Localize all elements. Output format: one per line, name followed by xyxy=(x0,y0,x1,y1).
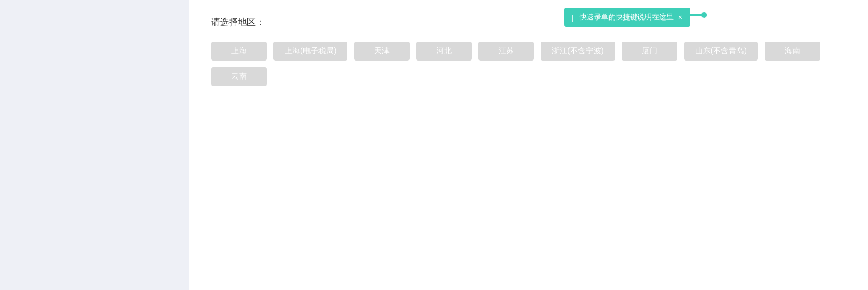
region-button-yunnan[interactable]: 云南 xyxy=(211,67,267,86)
main-content: 请选择地区： 上海上海(电子税局)天津河北江苏浙江(不含宁波)厦门山东(不含青岛… xyxy=(189,0,868,290)
region-button-hainan[interactable]: 海南 xyxy=(765,42,820,61)
region-button-shandong[interactable]: 山东(不含青岛) xyxy=(684,42,758,61)
region-button-zhejiang[interactable]: 浙江(不含宁波) xyxy=(541,42,615,61)
sidebar xyxy=(0,0,189,290)
region-button-jiangsu[interactable]: 江苏 xyxy=(478,42,534,61)
region-button-shanghai[interactable]: 上海 xyxy=(211,42,267,61)
tooltip-dot xyxy=(701,12,707,18)
region-button-tianjin[interactable]: 天津 xyxy=(354,42,410,61)
region-button-shanghai-e[interactable]: 上海(电子税局) xyxy=(273,42,347,61)
tooltip-banner: 快速录单的快捷键说明在这里 × xyxy=(564,8,690,27)
region-buttons: 上海上海(电子税局)天津河北江苏浙江(不含宁波)厦门山东(不含青岛)海南云南 xyxy=(211,42,846,86)
tooltip-close-button[interactable]: × xyxy=(678,13,682,21)
page-title: 请选择地区： xyxy=(211,17,846,28)
region-button-hebei[interactable]: 河北 xyxy=(416,42,472,61)
tooltip-text: 快速录单的快捷键说明在这里 xyxy=(580,12,674,22)
region-button-xiamen[interactable]: 厦门 xyxy=(622,42,677,61)
